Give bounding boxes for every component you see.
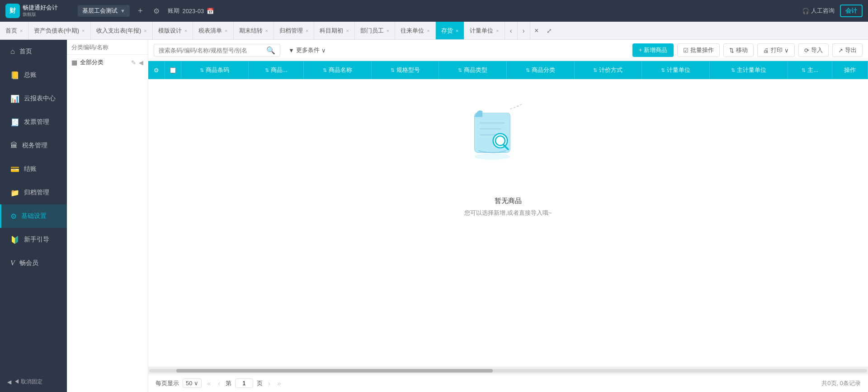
collapse-category-icon[interactable]: ◀ [139, 59, 143, 66]
tab-income-report[interactable]: 收入支出表(年报) × [91, 22, 153, 39]
col-barcode-label: 商品条码 [206, 66, 229, 74]
export-icon: ↗ [838, 47, 843, 54]
tab-next-button[interactable]: › [518, 22, 530, 39]
search-icon[interactable]: 🔍 [266, 46, 275, 55]
tab-dept-employee[interactable]: 部门员工 × [355, 22, 395, 39]
sidebar-reports-label: 云报表中心 [24, 94, 56, 103]
sidebar-item-reports[interactable]: 📊 云报表中心 [0, 87, 67, 110]
next-page-button[interactable]: › [266, 379, 272, 388]
add-tab-button[interactable]: + [135, 5, 146, 17]
tab-subject-init[interactable]: 科目期初 × [314, 22, 354, 39]
horizontal-scrollbar[interactable] [148, 367, 868, 374]
sidebar-item-ledger[interactable]: 📒 总账 [0, 63, 67, 87]
batch-operation-button[interactable]: ☑ 批量操作 [677, 43, 720, 57]
tab-counterparty-close[interactable]: × [427, 28, 429, 33]
col-main-unit[interactable]: ⇅ 主计量单位 [709, 61, 788, 79]
col-name[interactable]: ⇅ 商品名称 [304, 61, 372, 79]
category-search-input[interactable] [71, 44, 147, 51]
app-edition: 旗舰版 [23, 11, 58, 18]
export-button[interactable]: ↗ 导出 [832, 43, 863, 57]
sidebar-item-guide[interactable]: 🔰 新手引导 [0, 228, 67, 251]
tab-prev-button[interactable]: ‹ [505, 22, 518, 39]
sidebar-tax-label: 税务管理 [22, 142, 47, 150]
sidebar-collapse-button[interactable]: ◀ ◀ 取消固定 [0, 372, 67, 392]
page-number-input[interactable] [235, 378, 253, 388]
tab-balance-sheet-close[interactable]: × [82, 28, 85, 33]
col-settings[interactable]: ⚙ [148, 61, 165, 79]
empty-title: 暂无商品 [495, 197, 522, 205]
product-search-input[interactable] [159, 47, 264, 54]
account-badge[interactable]: 会计 [840, 5, 863, 17]
tab-archive-mgmt-close[interactable]: × [306, 28, 308, 33]
sidebar-item-checkout[interactable]: 💳 结账 [0, 157, 67, 181]
move-button[interactable]: ⇅ 移动 [723, 43, 754, 57]
tab-period-carry-close[interactable]: × [265, 28, 268, 33]
content-inner: 🔍 ▦ 全部分类 ✎ ◀ 🔍 ▼ [67, 40, 868, 392]
last-page-button[interactable]: » [276, 379, 283, 388]
sidebar-item-archive[interactable]: 📁 归档管理 [0, 181, 67, 204]
tab-period-carry[interactable]: 期末结转 × [234, 22, 274, 39]
export-label: 导出 [845, 46, 857, 54]
tab-tax-list[interactable]: 税表清单 × [193, 22, 233, 39]
tab-inventory[interactable]: 存货 × [436, 22, 464, 39]
left-category-panel: 🔍 ▦ 全部分类 ✎ ◀ [67, 40, 148, 392]
sidebar-guide-label: 新手引导 [24, 236, 49, 244]
sidebar-item-tax[interactable]: 🏛 税务管理 [0, 134, 67, 157]
import-button[interactable]: ⟳ 导入 [798, 43, 829, 57]
settings-icon[interactable]: ⚙ [151, 6, 162, 16]
tab-template-design-close[interactable]: × [184, 28, 187, 33]
filter-button[interactable]: ▼ 更多条件 ∨ [285, 44, 330, 56]
tab-home[interactable]: 首页 × [0, 22, 28, 39]
col-unit[interactable]: ⇅ 计量单位 [642, 61, 710, 79]
sidebar-item-home[interactable]: ⌂ 首页 [0, 40, 67, 63]
tab-unit[interactable]: 计量单位 × [464, 22, 505, 39]
col-category-label: 商品分类 [532, 66, 555, 74]
tab-template-design[interactable]: 模版设计 × [153, 22, 193, 39]
prev-page-button[interactable]: ‹ [216, 379, 222, 388]
tab-dept-employee-close[interactable]: × [387, 28, 389, 33]
tab-counterparty[interactable]: 往来单位 × [395, 22, 435, 39]
col-pricing-label: 计价方式 [599, 66, 623, 74]
tab-subject-init-close[interactable]: × [346, 28, 349, 33]
col-pricing[interactable]: ⇅ 计价方式 [574, 61, 642, 79]
first-page-button[interactable]: « [205, 379, 212, 388]
add-product-button[interactable]: + 新增商品 [632, 43, 674, 57]
calendar-icon[interactable]: 📅 [207, 8, 214, 14]
col-checkbox[interactable] [165, 61, 181, 79]
col-barcode[interactable]: ⇅ 商品条码 [181, 61, 249, 79]
all-categories-label[interactable]: 全部分类 [80, 58, 128, 66]
tab-income-report-close[interactable]: × [144, 28, 146, 33]
scrollbar-thumb[interactable] [176, 369, 493, 373]
add-product-label: + 新增商品 [639, 46, 667, 54]
move-icon: ⇅ [729, 47, 734, 54]
col-category[interactable]: ⇅ 商品分类 [506, 61, 574, 79]
tab-home-close[interactable]: × [20, 28, 23, 33]
col-code[interactable]: ⇅ 商品... [249, 61, 304, 79]
col-extra[interactable]: ⇅ 主... [788, 61, 832, 79]
sidebar-item-settings[interactable]: ⚙ 基础设置 [0, 204, 67, 228]
select-all-checkbox[interactable] [170, 67, 176, 73]
sidebar: ⌂ 首页 📒 总账 📊 云报表中心 🧾 发票管理 🏛 税务管理 💳 结账 📁 归… [0, 40, 67, 392]
tab-close-all-button[interactable]: × [530, 22, 543, 39]
human-service-button[interactable]: 🎧 人工咨询 [802, 7, 835, 15]
per-page-label: 每页显示 [156, 379, 179, 387]
per-page-select[interactable]: 50 ∨ [183, 378, 202, 388]
col-type-label: 商品类型 [464, 66, 487, 74]
tab-inventory-close[interactable]: × [456, 28, 458, 33]
tab-unit-close[interactable]: × [496, 28, 499, 33]
sidebar-item-invoice[interactable]: 🧾 发票管理 [0, 110, 67, 134]
col-type[interactable]: ⇅ 商品类型 [439, 61, 507, 79]
tab-tax-list-close[interactable]: × [225, 28, 227, 33]
edit-category-icon[interactable]: ✎ [131, 59, 136, 66]
project-selector[interactable]: 基层工会测试 ▼ [78, 5, 130, 17]
tab-archive-mgmt[interactable]: 归档管理 × [274, 22, 314, 39]
home-icon: ⌂ [10, 47, 15, 56]
main-layout: ⌂ 首页 📒 总账 📊 云报表中心 🧾 发票管理 🏛 税务管理 💳 结账 📁 归… [0, 40, 868, 392]
tab-balance-sheet[interactable]: 资产负债表(中期) × [28, 22, 90, 39]
tab-expand-button[interactable]: ⤢ [543, 22, 556, 39]
print-button[interactable]: 🖨 打印 ∨ [757, 43, 795, 57]
sidebar-item-member[interactable]: V 畅会员 [0, 251, 67, 275]
col-spec[interactable]: ⇅ 规格型号 [371, 61, 439, 79]
page-suffix: 页 [257, 379, 263, 387]
app-name: 畅捷通好会计 [23, 4, 58, 11]
